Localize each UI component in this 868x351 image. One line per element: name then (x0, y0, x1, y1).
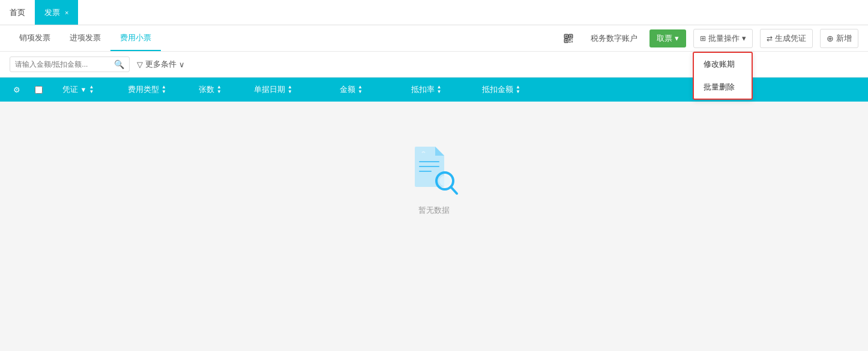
svg-line-15 (451, 187, 457, 194)
quepiao-button[interactable]: 取票 ▾ (649, 29, 686, 47)
th-deduct-amount[interactable]: 抵扣金额 ▲▼ (462, 84, 540, 95)
th-date-sort-icon[interactable]: ▲▼ (288, 85, 292, 94)
svg-rect-1 (565, 35, 567, 37)
add-icon: ⊕ (827, 34, 834, 43)
sub-tabs-left: 销项发票 进项发票 费用小票 (10, 25, 161, 51)
th-expense-type-label: 费用类型 (128, 84, 159, 95)
th-count-sort-icon[interactable]: ▲▼ (217, 85, 222, 94)
batch-dropdown-menu: 修改账期 批量删除 (693, 52, 753, 100)
th-voucher[interactable]: 凭证 ▼ ▲▼ (48, 84, 108, 95)
add-label: 新增 (836, 33, 852, 44)
quepiao-chevron-icon: ▾ (675, 34, 679, 43)
dropdown-item-modify-period[interactable]: 修改账期 (694, 53, 752, 76)
th-count[interactable]: 张数 ▲▼ (186, 84, 234, 95)
th-date[interactable]: 单据日期 ▲▼ (234, 84, 312, 95)
search-input-wrap[interactable]: 🔍 (10, 56, 130, 72)
th-gear[interactable]: ⚙ (5, 85, 29, 94)
batch-operations-container: ⊞ 批量操作 ▾ 修改账期 批量删除 (693, 29, 753, 48)
nav-tab-label: 发票 (44, 7, 60, 18)
th-deduct-amount-sort-icon[interactable]: ▲▼ (516, 85, 520, 94)
sub-tabs-bar: 销项发票 进项发票 费用小票 税务数字账户 取票 ▾ (0, 25, 868, 52)
th-date-label: 单据日期 (254, 84, 285, 95)
th-expense-type-sort-icon[interactable]: ▲▼ (161, 85, 166, 94)
th-voucher-label: 凭证 (62, 84, 78, 95)
th-voucher-filter-icon: ▼ (80, 86, 87, 93)
svg-rect-6 (569, 38, 571, 40)
sub-tabs-right: 税务数字账户 取票 ▾ ⊞ 批量操作 ▾ 修改账期 批量删除 ⇄ 生成凭证 ⊕ … (558, 29, 858, 48)
svg-rect-8 (569, 41, 571, 43)
th-amount-label: 金额 (340, 84, 355, 95)
generate-voucher-button[interactable]: ⇄ 生成凭证 (760, 29, 813, 48)
th-deduct-rate-label: 抵扣率 (411, 84, 435, 95)
svg-rect-5 (565, 40, 567, 41)
batch-label: 批量操作 (708, 33, 740, 44)
search-icon: 🔍 (114, 60, 124, 69)
empty-state-text: 暂无数据 (418, 205, 450, 216)
batch-chevron-icon: ▾ (742, 34, 746, 43)
quepiao-label: 取票 (657, 33, 672, 44)
svg-rect-7 (571, 38, 573, 40)
search-input[interactable] (15, 60, 114, 69)
top-nav: 首页 发票 × (0, 0, 868, 25)
tab-expense-ticket[interactable]: 费用小票 (110, 25, 161, 51)
th-amount-sort-icon[interactable]: ▲▼ (358, 85, 363, 94)
th-deduct-rate-sort-icon[interactable]: ▲▼ (437, 85, 442, 94)
th-count-label: 张数 (199, 84, 214, 95)
more-conditions-label: 更多条件 (145, 59, 176, 70)
add-button[interactable]: ⊕ 新增 (820, 29, 858, 48)
more-conditions-button[interactable]: ▽ 更多条件 ∨ (137, 59, 185, 70)
more-conditions-chevron-icon: ∨ (179, 60, 185, 69)
dropdown-item-batch-delete[interactable]: 批量删除 (694, 76, 752, 99)
empty-state: 暂无数据 (0, 102, 868, 240)
th-deduct-amount-label: 抵扣金额 (482, 84, 513, 95)
svg-point-14 (439, 176, 450, 186)
th-voucher-sort-icon[interactable]: ▲▼ (89, 85, 94, 94)
filter-icon: ▽ (137, 60, 143, 69)
batch-icon: ⊞ (700, 34, 706, 43)
gear-icon: ⚙ (13, 85, 20, 94)
qr-icon-button[interactable] (558, 31, 579, 46)
svg-rect-3 (570, 35, 571, 37)
select-all-checkbox[interactable] (35, 86, 43, 94)
th-expense-type[interactable]: 费用类型 ▲▼ (108, 84, 186, 95)
empty-state-icon (404, 138, 464, 198)
svg-rect-9 (571, 40, 573, 42)
qr-icon (563, 33, 574, 44)
th-amount[interactable]: 金额 ▲▼ (312, 84, 390, 95)
close-tab-icon[interactable]: × (65, 9, 68, 16)
tab-sales-invoice[interactable]: 销项发票 (10, 25, 60, 51)
nav-home[interactable]: 首页 (0, 0, 35, 25)
th-deduct-rate[interactable]: 抵扣率 ▲▼ (390, 84, 462, 95)
th-checkbox[interactable] (29, 86, 48, 94)
generate-label: 生成凭证 (775, 33, 806, 44)
generate-icon: ⇄ (767, 34, 773, 43)
tab-purchase-invoice[interactable]: 进项发票 (60, 25, 110, 51)
tax-account-button[interactable]: 税务数字账户 (586, 31, 642, 46)
nav-tab-invoice[interactable]: 发票 × (35, 0, 78, 25)
batch-operations-button[interactable]: ⊞ 批量操作 ▾ (693, 29, 753, 48)
